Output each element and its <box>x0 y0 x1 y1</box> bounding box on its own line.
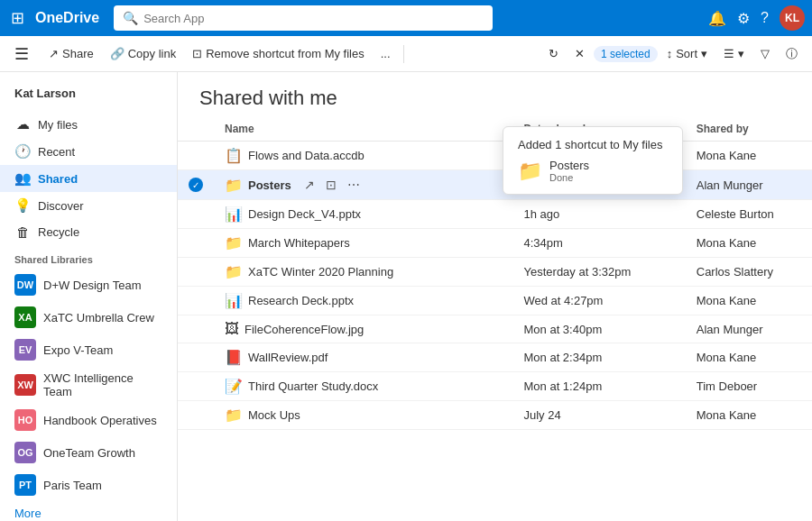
sidebar-item-dw[interactable]: DW D+W Design Team <box>0 269 177 301</box>
delete-button[interactable]: ✕ <box>567 43 592 64</box>
row-name-cell[interactable]: 📁 Mock Ups <box>214 401 513 430</box>
table-row[interactable]: 📁 Mock Ups July 24 Mona Kane <box>178 401 812 430</box>
remove-shortcut-button[interactable]: ⊡ Remove shortcut from My files <box>185 43 372 64</box>
search-bar[interactable]: 🔍 <box>114 5 493 31</box>
view-chevron-icon: ▾ <box>738 47 744 60</box>
sidebar-item-recycle[interactable]: 🗑 Recycle <box>0 219 177 245</box>
row-shared-by: Carlos Slattery <box>686 258 812 287</box>
row-date: July 24 <box>513 401 686 430</box>
hamburger-icon[interactable]: ☰ <box>7 41 36 68</box>
list-view-icon: ☰ <box>724 47 734 60</box>
libraries-section-header: Shared Libraries <box>0 245 177 269</box>
table-row[interactable]: 📊 Design Deck_V4.pptx 1h ago Celeste Bur… <box>178 200 812 229</box>
row-shared-by: Mona Kane <box>686 142 812 170</box>
sort-button[interactable]: ↕ Sort ▾ <box>660 43 715 64</box>
more-link[interactable]: More <box>0 501 177 521</box>
file-name: Design Deck_V4.pptx <box>248 207 361 221</box>
table-row[interactable]: 📁 XaTC Winter 2020 Planning Yesterday at… <box>178 258 812 287</box>
sidebar-item-xatc[interactable]: XA XaTC Umbrella Crew <box>0 301 177 334</box>
checkbox-checked[interactable]: ✓ <box>189 178 203 192</box>
row-shared-by: Alan Munger <box>686 315 812 343</box>
bell-icon[interactable]: 🔔 <box>708 10 726 27</box>
page-title: Shared with me <box>178 72 812 117</box>
sidebar-item-og[interactable]: OG OneTeam Growth <box>0 436 177 469</box>
share-button[interactable]: ↗ Share <box>42 43 101 64</box>
row-checkbox-cell[interactable] <box>178 343 214 372</box>
lib-icon-pt: PT <box>14 474 36 496</box>
help-icon[interactable]: ? <box>761 10 769 26</box>
row-name-cell[interactable]: 📊 Research Deck.pptx <box>214 287 513 315</box>
sidebar-item-xwc[interactable]: XW XWC Intelligence Team <box>0 366 177 404</box>
row-name-cell[interactable]: 📕 WallReview.pdf <box>214 343 513 372</box>
commandbar-right: ↻ ✕ 1 selected ↕ Sort ▾ ☰ ▾ ▽ ⓘ <box>541 42 805 66</box>
row-name-cell[interactable]: 📁 Posters ↗ ⊡ ⋯ <box>214 170 513 200</box>
row-checkbox-cell[interactable] <box>178 401 214 430</box>
table-row[interactable]: ✓ 📁 Posters ↗ ⊡ ⋯ Mon at 4:08pm Alan Mun… <box>178 170 812 200</box>
row-shared-by: Celeste Burton <box>686 200 812 229</box>
row-checkbox-cell[interactable] <box>178 229 214 258</box>
table-row[interactable]: 📋 Flows and Data.accdb 4m ago Mona Kane <box>178 142 812 170</box>
apps-grid-icon[interactable]: ⊞ <box>7 5 28 32</box>
table-row[interactable]: 📝 Third Quarter Study.docx Mon at 1:24pm… <box>178 372 812 401</box>
info-button[interactable]: ⓘ <box>779 42 805 66</box>
app-logo: OneDrive <box>35 10 99 26</box>
lib-icon-og: OG <box>14 442 36 463</box>
name-sort[interactable]: Name <box>225 123 503 135</box>
row-checkbox-cell[interactable]: ✓ <box>178 170 214 200</box>
row-checkbox-cell[interactable] <box>178 142 214 170</box>
row-shortcut-icon[interactable]: ⊡ <box>322 176 340 194</box>
link-icon: 🔗 <box>110 47 125 60</box>
file-type-icon: 🖼 <box>225 321 239 337</box>
sidebar-item-ev[interactable]: EV Expo V-Team <box>0 334 177 366</box>
filter-button[interactable]: ▽ <box>753 43 777 64</box>
avatar[interactable]: KL <box>780 5 805 31</box>
th-shared-by: Shared by <box>686 117 812 142</box>
more-button[interactable]: ... <box>374 43 398 64</box>
row-name-cell[interactable]: 📋 Flows and Data.accdb <box>214 142 513 170</box>
row-name-cell[interactable]: 📁 March Whitepapers <box>214 229 513 258</box>
sidebar-item-my-files[interactable]: ☁ My files <box>0 111 177 138</box>
settings-icon[interactable]: ⚙ <box>737 10 750 27</box>
row-name-cell[interactable]: 📁 XaTC Winter 2020 Planning <box>214 258 513 287</box>
sidebar-item-recent[interactable]: 🕐 Recent <box>0 138 177 165</box>
table-row[interactable]: 📊 Research Deck.pptx Wed at 4:27pm Mona … <box>178 287 812 315</box>
row-checkbox-cell[interactable] <box>178 200 214 229</box>
row-name-cell[interactable]: 📝 Third Quarter Study.docx <box>214 372 513 401</box>
filter-icon: ▽ <box>761 47 770 60</box>
row-name-cell[interactable]: 📊 Design Deck_V4.pptx <box>214 200 513 229</box>
row-date: Mon at 3:40pm <box>513 315 686 343</box>
row-checkbox-cell[interactable] <box>178 315 214 343</box>
row-name-cell[interactable]: 🖼 FileCoherenceFlow.jpg <box>214 315 513 343</box>
tooltip-item: 📁 Posters Done <box>518 159 668 183</box>
row-checkbox-cell[interactable] <box>178 287 214 315</box>
sidebar-item-pt[interactable]: PT Paris Team <box>0 469 177 501</box>
delete-icon: ✕ <box>575 47 585 60</box>
recycle-icon: 🗑 <box>14 224 31 240</box>
row-shared-by: Mona Kane <box>686 401 812 430</box>
table-row[interactable]: 📁 March Whitepapers 4:34pm Mona Kane <box>178 229 812 258</box>
sidebar-item-shared[interactable]: 👥 Shared <box>0 165 177 192</box>
topbar-right: 🔔 ⚙ ? KL <box>708 5 805 31</box>
view-toggle-button[interactable]: ☰ ▾ <box>716 43 752 64</box>
search-icon: 🔍 <box>123 11 138 25</box>
sidebar-item-discover[interactable]: 💡 Discover <box>0 192 177 219</box>
topbar: ⊞ OneDrive 🔍 🔔 ⚙ ? KL <box>0 0 812 36</box>
row-share-icon[interactable]: ↗ <box>300 176 318 194</box>
table-row[interactable]: 📕 WallReview.pdf Mon at 2:34pm Mona Kane <box>178 343 812 372</box>
sidebar-item-ho[interactable]: HO Handbook Operatives <box>0 404 177 436</box>
row-checkbox-cell[interactable] <box>178 258 214 287</box>
info-icon: ⓘ <box>786 46 798 62</box>
separator <box>403 45 404 63</box>
copy-link-button[interactable]: 🔗 Copy link <box>103 43 183 64</box>
search-input[interactable] <box>143 12 484 25</box>
th-name[interactable]: Name <box>214 117 513 142</box>
discover-icon: 💡 <box>14 197 31 214</box>
table-row[interactable]: 🖼 FileCoherenceFlow.jpg Mon at 3:40pm Al… <box>178 315 812 343</box>
refresh-button[interactable]: ↻ <box>541 43 566 64</box>
file-type-icon: 📁 <box>225 177 243 194</box>
row-more-icon[interactable]: ⋯ <box>344 176 364 194</box>
file-name: XaTC Winter 2020 Planning <box>248 265 393 279</box>
chevron-down-icon: ▾ <box>701 47 707 60</box>
tooltip-item-name: Posters <box>549 159 589 172</box>
row-checkbox-cell[interactable] <box>178 372 214 401</box>
